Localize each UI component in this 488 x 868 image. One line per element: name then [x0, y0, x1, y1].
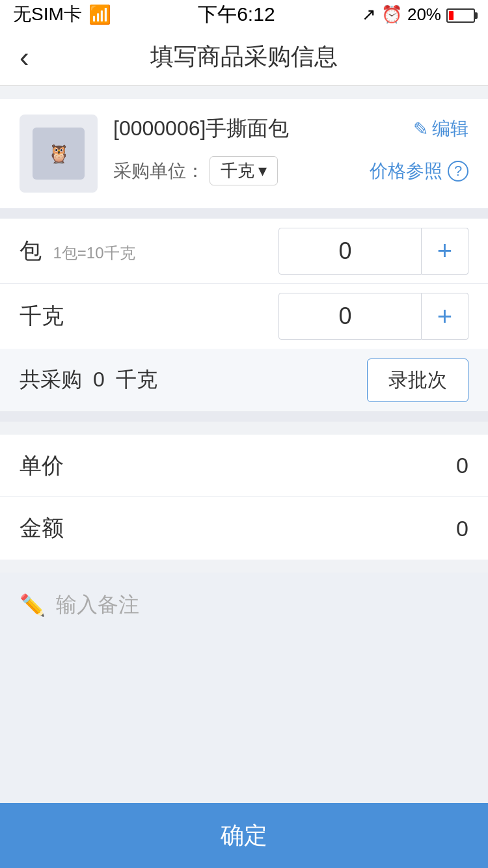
separator-2	[0, 411, 488, 422]
price-ref-label: 价格参照	[370, 159, 442, 183]
alarm-icon: ⏰	[381, 5, 402, 25]
amount-row: 金额 0	[0, 497, 488, 560]
kg-plus-button[interactable]: +	[422, 293, 468, 340]
bag-sublabel: 1包=10千克	[53, 244, 135, 262]
bag-plus-button[interactable]: +	[422, 228, 468, 275]
pencil-icon: ✏️	[20, 593, 46, 617]
kg-label: 千克	[20, 301, 278, 331]
product-thumbnail: 🦉	[33, 128, 85, 180]
separator-1	[0, 208, 488, 219]
product-title-row: [0000006]手撕面包 ✎ 编辑	[113, 115, 468, 143]
product-unit-row: 采购单位： 千克 ▾ 价格参照 ?	[113, 156, 468, 185]
bag-unit-label: 包	[20, 238, 42, 263]
product-card: 🦉 [0000006]手撕面包 ✎ 编辑 采购单位： 千克 ▾ 价格参照 ?	[0, 99, 488, 208]
status-left: 无SIM卡 📶	[13, 2, 111, 27]
edit-label: 编辑	[432, 116, 468, 141]
summary-row: 共采购 0 千克 录批次	[0, 349, 488, 411]
summary-text: 共采购 0 千克	[20, 366, 157, 394]
location-icon: ↗	[362, 5, 376, 25]
product-icon: 🦉	[47, 143, 70, 165]
remark-section[interactable]: ✏️ 输入备注	[0, 573, 488, 638]
page-title: 填写商品采购信息	[150, 41, 338, 73]
nav-bar: ‹ 填写商品采购信息	[0, 29, 488, 86]
price-section: 单价 0 金额 0	[0, 435, 488, 560]
amount-label: 金额	[20, 513, 64, 543]
price-ref-button[interactable]: 价格参照 ?	[370, 159, 468, 183]
carrier-label: 无SIM卡	[13, 2, 82, 27]
remark-placeholder: 输入备注	[56, 591, 139, 619]
kg-qty-wrap: +	[278, 293, 468, 340]
status-time: 下午6:12	[198, 1, 275, 28]
status-bar: 无SIM卡 📶 下午6:12 ↗ ⏰ 20%	[0, 0, 488, 29]
unit-price-value: 0	[456, 453, 468, 478]
amount-value: 0	[456, 516, 468, 541]
product-image: 🦉	[20, 115, 98, 193]
product-name: [0000006]手撕面包	[113, 115, 289, 143]
kg-quantity-input[interactable]	[278, 293, 422, 340]
status-right: ↗ ⏰ 20%	[362, 5, 475, 25]
kg-input-row: 千克 +	[0, 284, 488, 349]
dropdown-icon: ▾	[258, 161, 267, 181]
bag-label: 包 1包=10千克	[20, 236, 278, 266]
record-batch-button[interactable]: 录批次	[367, 359, 468, 402]
battery-percent: 20%	[407, 5, 441, 25]
quantity-section: 包 1包=10千克 + 千克 +	[0, 219, 488, 349]
confirm-label: 确定	[221, 820, 267, 852]
summary-unit: 千克	[116, 368, 157, 391]
unit-value: 千克	[221, 159, 254, 182]
product-info: [0000006]手撕面包 ✎ 编辑 采购单位： 千克 ▾ 价格参照 ?	[113, 115, 468, 185]
battery-icon	[446, 5, 475, 25]
info-icon: ?	[448, 161, 468, 182]
edit-button[interactable]: ✎ 编辑	[413, 116, 468, 141]
bag-quantity-input[interactable]	[278, 228, 422, 275]
summary-quantity: 0	[93, 368, 105, 391]
summary-prefix: 共采购	[20, 368, 82, 391]
bag-qty-wrap: +	[278, 228, 468, 275]
edit-icon: ✎	[413, 118, 428, 140]
unit-price-row: 单价 0	[0, 435, 488, 497]
bag-input-row: 包 1包=10千克 +	[0, 219, 488, 284]
unit-price-label: 单价	[20, 451, 64, 481]
unit-label: 采购单位：	[113, 159, 204, 183]
back-button[interactable]: ‹	[20, 41, 29, 74]
confirm-button[interactable]: 确定	[0, 803, 488, 868]
unit-select[interactable]: 千克 ▾	[210, 156, 278, 185]
wifi-icon: 📶	[88, 4, 111, 25]
